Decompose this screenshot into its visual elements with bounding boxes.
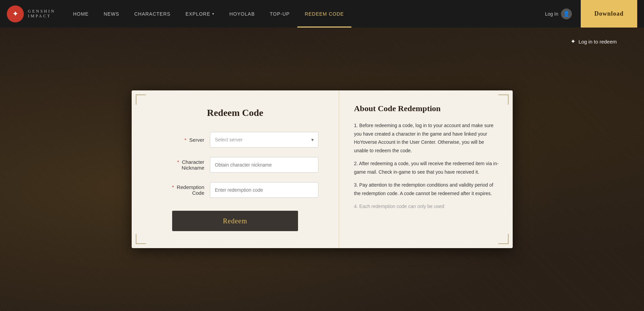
nav-links: HOME NEWS CHARACTERS EXPLORE ▾ HoYoLAB T… — [66, 0, 540, 28]
redeem-button[interactable]: Redeem — [172, 211, 298, 231]
nav-item-redeem-code[interactable]: REDEEM CODE — [297, 0, 351, 28]
info-text: 1. Before redeeming a code, log in to yo… — [354, 121, 499, 211]
code-required-star: * — [172, 184, 174, 190]
nav-item-hoyolab[interactable]: HoYoLAB — [222, 0, 262, 28]
nickname-form-group: * CharacterNickname — [152, 157, 318, 173]
corner-top-right — [498, 94, 509, 105]
nickname-input[interactable] — [210, 157, 318, 173]
server-required-star: * — [184, 137, 186, 143]
corner-top-left — [136, 94, 146, 105]
logo-icon: ✦ — [7, 5, 24, 22]
logo[interactable]: ✦ GENSHIN IMPACT — [7, 5, 55, 22]
nickname-required-star: * — [177, 159, 179, 165]
sparkle-icon: ✦ — [571, 38, 576, 45]
server-form-group: * Server Select server ▾ — [152, 132, 318, 148]
info-title: About Code Redemption — [354, 104, 499, 113]
right-panel: About Code Redemption 1. Before redeemin… — [339, 90, 513, 248]
code-label: * RedemptionCode — [152, 184, 210, 196]
server-label: * Server — [152, 137, 210, 143]
server-select-wrapper: Select server ▾ — [210, 132, 318, 148]
redeem-card: Redeem Code * Server Select server ▾ * — [132, 90, 513, 248]
nav-item-explore[interactable]: EXPLORE ▾ — [178, 0, 222, 28]
login-button[interactable]: Log In 👤 — [540, 6, 577, 22]
left-panel: Redeem Code * Server Select server ▾ * — [132, 90, 339, 248]
logo-text: GENSHIN IMPACT — [28, 9, 55, 18]
info-point-3: 3. Pay attention to the redemption condi… — [354, 181, 499, 197]
info-point-1: 1. Before redeeming a code, log in to yo… — [354, 121, 499, 155]
server-select[interactable]: Select server — [210, 132, 318, 148]
navbar: ✦ GENSHIN IMPACT HOME NEWS CHARACTERS EX… — [0, 0, 644, 28]
redemption-code-input[interactable] — [210, 182, 318, 198]
info-point-4: 4. Each redemption code can only be used — [354, 202, 499, 211]
nav-item-home[interactable]: HOME — [66, 0, 96, 28]
login-to-redeem-banner[interactable]: ✦ Log in to redeem — [571, 38, 617, 45]
nickname-label: * CharacterNickname — [152, 159, 210, 171]
user-avatar-icon: 👤 — [561, 8, 572, 19]
corner-bottom-right — [498, 234, 509, 244]
download-button[interactable]: Download — [581, 0, 637, 28]
info-point-2: 2. After redeeming a code, you will rece… — [354, 159, 499, 176]
nav-item-topup[interactable]: TOP-UP — [262, 0, 297, 28]
main-content: ✦ Log in to redeem Redeem Code * Server … — [0, 28, 644, 311]
form-title: Redeem Code — [207, 107, 263, 118]
nav-item-characters[interactable]: CHARACTERS — [127, 0, 178, 28]
nav-right: Log In 👤 Download — [540, 0, 637, 28]
explore-dropdown-arrow: ▾ — [212, 12, 214, 16]
corner-bottom-left — [136, 234, 146, 244]
code-form-group: * RedemptionCode — [152, 182, 318, 198]
nav-item-news[interactable]: NEWS — [96, 0, 127, 28]
